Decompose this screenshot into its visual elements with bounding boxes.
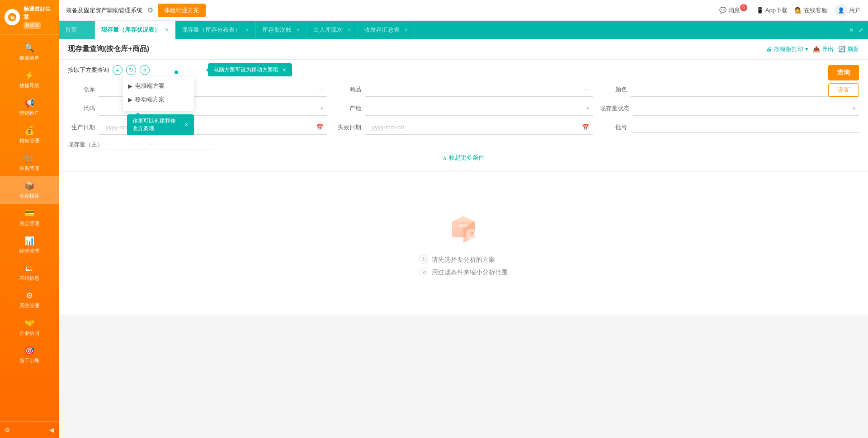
export-btn[interactable]: 📤 导出 — [813, 45, 834, 53]
sidebar-item-sales[interactable]: 💰 销售管理 — [0, 121, 59, 149]
user-avatar: 👤 — [835, 4, 847, 17]
collapse-sidebar-btn[interactable]: ◀ — [49, 426, 54, 433]
sidebar-logo-text: 畅通道好生意 标准版 — [24, 5, 54, 29]
system-icon: ⚙ — [26, 291, 33, 301]
empty-step-1: ① 请先选择要分析的方案 — [419, 253, 508, 266]
tab-inventory-dist-close[interactable]: ✕ — [245, 27, 249, 33]
tab-inventory-status-close[interactable]: ✕ — [165, 27, 169, 33]
collapse-icon: ∧ — [443, 155, 447, 161]
phone-icon: 📱 — [756, 7, 764, 14]
sidebar-item-system[interactable]: ⚙ 系统管理 — [0, 286, 59, 314]
sidebar-item-finance[interactable]: 💳 资金管理 — [0, 204, 59, 231]
stock-main-max[interactable] — [156, 141, 192, 148]
empty-state: ? ① 请先选择要分析的方案 ② 用过滤条件来缩小分析范围 — [59, 172, 868, 315]
filter-field-expire-date: 失效日期 📅 — [334, 120, 593, 135]
stock-status-input[interactable] — [637, 103, 853, 113]
tabbar-close-btn[interactable]: ✕ — [849, 27, 854, 33]
reset-btn[interactable]: 设置 — [828, 83, 859, 97]
sidebar-item-operations[interactable]: 📊 经营管理 — [0, 231, 59, 259]
newbie-icon: 🎯 — [24, 346, 34, 356]
app-download-item[interactable]: 📱 App下载 — [756, 6, 788, 14]
sidebar-item-enterprise[interactable]: 🤝 企业协同 — [0, 314, 59, 341]
tab-batch-account[interactable]: 库存批次账 ✕ — [256, 21, 307, 39]
produce-date-calendar-icon[interactable]: 📅 — [316, 124, 323, 131]
step-num-1: ① — [419, 255, 428, 264]
goods-label: 商品 — [334, 85, 361, 94]
enterprise-icon: 🤝 — [24, 318, 34, 328]
create-tooltip: 这里可以创建和修改方案哦 ✕ — [127, 114, 194, 135]
tab-batch-account-label: 库存批次账 — [262, 26, 292, 34]
page-header: 现存量查询(按仓库+商品) 🖨 按模板打印 ▾ 📤 导出 🔄 刷新 — [59, 39, 868, 60]
stock-main-min[interactable] — [110, 141, 146, 148]
dot-indicator — [175, 71, 178, 74]
message-item[interactable]: 💬 消息 6 — [719, 6, 749, 14]
warehouse-dots[interactable]: ··· — [317, 85, 323, 94]
tab-collect-summary-close[interactable]: ✕ — [404, 27, 408, 33]
sidebar-nav: 🔍 搜索菜单 ⚡ 快捷导航 📢 营销推广 💰 销售管理 🛒 采购管理 📦 库存核… — [0, 35, 59, 421]
scheme-tooltip-bubble: 电脑方案可设为移动方案哦 ✕ — [208, 63, 292, 76]
sidebar-footer: ⚙ ◀ — [0, 421, 59, 438]
svg-text:畅: 畅 — [10, 15, 14, 20]
expire-date-calendar-icon[interactable]: 📅 — [582, 124, 589, 131]
user-avatar-icon: 👤 — [838, 7, 844, 14]
message-label: 消息 — [728, 6, 740, 14]
sidebar: 畅 畅通道好生意 标准版 🔍 搜索菜单 ⚡ 快捷导航 📢 营销推广 💰 销售管理… — [0, 0, 59, 438]
search-actions: 查询 设置 — [828, 65, 859, 97]
tab-inout-flow-close[interactable]: ✕ — [347, 27, 351, 33]
tab-collect-summary[interactable]: 收发存汇总表 ✕ — [358, 21, 415, 39]
scheme-group-mobile-header[interactable]: ▶ 移动端方案 — [123, 94, 194, 105]
tab-batch-account-close[interactable]: ✕ — [296, 27, 300, 33]
industry-btn[interactable]: 体验行业方案 — [158, 4, 206, 17]
online-support-label: 在线客服 — [804, 6, 827, 14]
sidebar-item-quick[interactable]: ⚡ 快捷导航 — [0, 66, 59, 94]
create-tooltip-close[interactable]: ✕ — [184, 122, 189, 128]
goods-input[interactable] — [368, 84, 583, 94]
filter-label: 按以下方案查询 — [68, 66, 109, 74]
goods-dots[interactable]: ··· — [583, 85, 589, 94]
scheme-panel: ▶ 电脑端方案 ▶ 移动端方案 这里可以创建和修改方案哦 ✕ — [122, 76, 194, 111]
scheme-group-desktop-header[interactable]: ▶ 电脑端方案 — [123, 80, 194, 92]
stock-main-label: 现存量（主） — [68, 141, 103, 149]
empty-step-2: ② 用过滤条件来缩小分析范围 — [419, 266, 508, 278]
scheme-group-mobile: ▶ 移动端方案 — [123, 94, 194, 105]
scheme-tooltip-close[interactable]: ✕ — [282, 67, 287, 73]
online-support-item[interactable]: 💁 在线客服 — [795, 6, 827, 14]
origin-input[interactable] — [368, 103, 587, 113]
expire-date-wrapper: 📅 — [365, 120, 593, 135]
sidebar-item-inventory[interactable]: 📦 库存核算 — [0, 176, 59, 204]
template-print-btn[interactable]: 🖨 按模板打印 ▾ — [766, 45, 808, 53]
stock-status-select-wrapper: ▾ — [633, 101, 859, 116]
size-dropdown-icon[interactable]: ▾ — [321, 105, 323, 112]
sidebar-item-marketing[interactable]: 📢 营销推广 — [0, 94, 59, 121]
user-item[interactable]: 👤 用户 — [835, 4, 861, 17]
tabbar-expand-btn[interactable]: ⤢ — [859, 27, 863, 33]
refresh-btn[interactable]: 🔄 刷新 — [838, 45, 859, 53]
stock-status-dropdown-icon[interactable]: ▾ — [853, 105, 855, 112]
tab-home[interactable]: 首页 — [59, 21, 95, 39]
sidebar-item-purchase[interactable]: 🛒 采购管理 — [0, 149, 59, 176]
sidebar-item-basic[interactable]: 🗂 基础信息 — [0, 259, 59, 286]
expire-date-input[interactable] — [368, 122, 580, 132]
user-name: 用户 — [849, 6, 861, 14]
tab-inventory-dist[interactable]: 现存量（库存分布表） ✕ — [175, 21, 256, 39]
warehouse-label: 仓库 — [68, 85, 95, 94]
filter-arrow-btn[interactable]: « — [140, 65, 150, 75]
origin-dropdown-icon[interactable]: ▾ — [586, 105, 589, 112]
gear-icon[interactable]: ⚙ — [147, 6, 153, 14]
filter-add-btn[interactable]: + — [113, 65, 123, 75]
tab-inventory-status[interactable]: 现存量（库存状况表） ✕ — [95, 21, 175, 39]
scheme-desktop-label: 电脑端方案 — [135, 82, 165, 90]
collapse-btn[interactable]: ∧ 收起更多条件 — [443, 154, 484, 162]
settings-footer-btn[interactable]: ⚙ — [5, 426, 10, 433]
color-input[interactable] — [634, 84, 853, 94]
batch-no-input[interactable] — [631, 122, 859, 133]
sidebar-item-newbie[interactable]: 🎯 新手引导 — [0, 341, 59, 369]
sidebar-item-search[interactable]: 🔍 搜索菜单 — [0, 38, 59, 66]
svg-text:?: ? — [470, 231, 473, 238]
tooltip-arrow — [136, 111, 140, 114]
filter-refresh-btn[interactable]: ↻ — [126, 65, 136, 75]
search-btn[interactable]: 查询 — [828, 65, 859, 80]
tab-inout-flow[interactable]: 出入库流水 ✕ — [307, 21, 358, 39]
filter-row-4: 现存量（主） — — [68, 139, 859, 150]
tab-collect-summary-label: 收发存汇总表 — [364, 26, 400, 34]
